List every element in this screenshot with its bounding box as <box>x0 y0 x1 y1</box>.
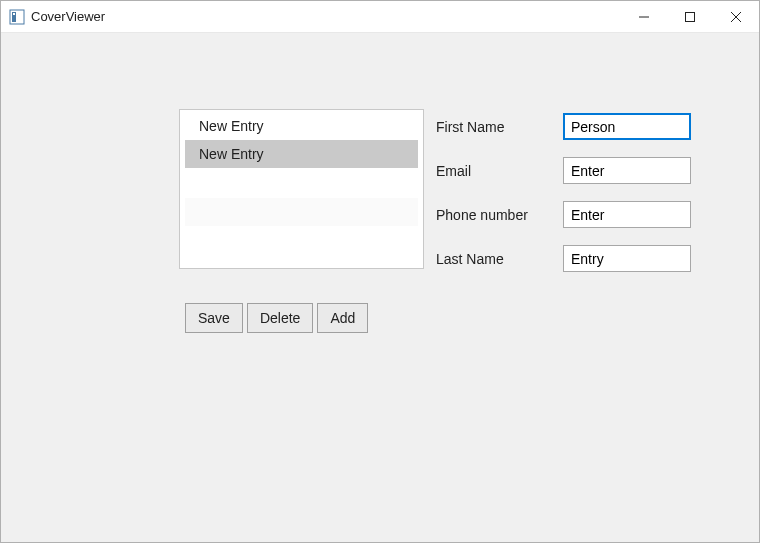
entries-listbox[interactable]: New Entry New Entry <box>179 109 424 269</box>
list-item[interactable]: New Entry <box>185 140 418 168</box>
email-input[interactable] <box>563 157 691 184</box>
delete-button[interactable]: Delete <box>247 303 313 333</box>
app-window: CoverViewer New Entry New Entry First Na… <box>0 0 760 543</box>
svg-rect-2 <box>13 13 15 15</box>
phone-label: Phone number <box>436 207 528 223</box>
app-icon <box>9 9 25 25</box>
window-title: CoverViewer <box>31 9 105 24</box>
add-button[interactable]: Add <box>317 303 368 333</box>
email-label: Email <box>436 163 471 179</box>
last-name-input[interactable] <box>563 245 691 272</box>
last-name-label: Last Name <box>436 251 504 267</box>
first-name-input[interactable] <box>563 113 691 140</box>
client-area: New Entry New Entry First Name Email Pho… <box>1 33 759 542</box>
first-name-label: First Name <box>436 119 504 135</box>
list-item[interactable]: New Entry <box>185 112 418 140</box>
save-button[interactable]: Save <box>185 303 243 333</box>
phone-input[interactable] <box>563 201 691 228</box>
button-row: Save Delete Add <box>185 303 368 333</box>
close-button[interactable] <box>713 1 759 33</box>
list-item[interactable] <box>185 198 418 226</box>
titlebar: CoverViewer <box>1 1 759 33</box>
maximize-button[interactable] <box>667 1 713 33</box>
minimize-button[interactable] <box>621 1 667 33</box>
svg-rect-4 <box>686 12 695 21</box>
